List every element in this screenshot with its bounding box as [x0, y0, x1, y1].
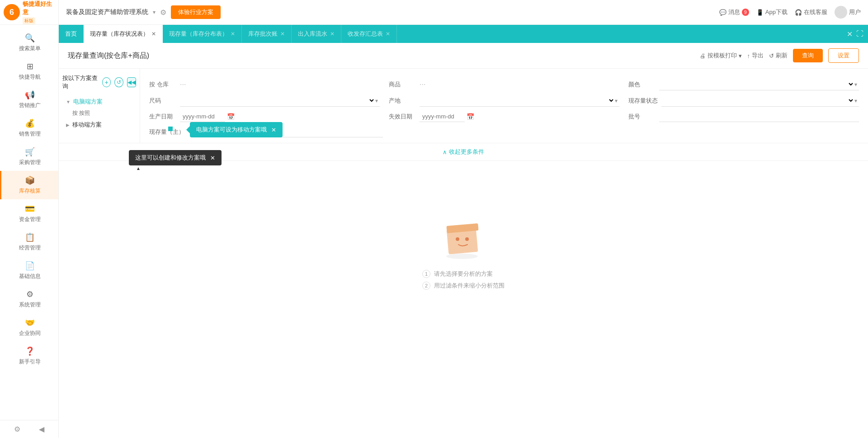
filter-produce-date-label: 生产日期 — [149, 113, 176, 121]
sidebar-item-finance[interactable]: 💳 资金管理 — [0, 199, 58, 228]
filter-size-select[interactable] — [180, 95, 375, 106]
tab-batch-account-close[interactable]: ✕ — [280, 31, 285, 37]
step2-num: 2 — [422, 282, 430, 290]
tab-home-label: 首页 — [65, 30, 77, 38]
filter-row-1: 按 仓库 ··· 商品 ··· 颜色 — [149, 79, 859, 90]
close-all-tabs-btn[interactable]: ✕ — [847, 30, 853, 38]
edit-tooltip-close[interactable]: ✕ — [210, 155, 215, 161]
filter-left-panel: 按以下方案查询 + ↺ ◀◀ ▼ 电脑端方案 按 按照 — [59, 69, 140, 143]
sidebar-item-enterprise[interactable]: 🤝 企业协同 — [0, 313, 58, 342]
topbar-settings-btn[interactable]: ⚙ — [160, 8, 166, 17]
filter-warehouse: 按 仓库 ··· — [149, 79, 380, 90]
filter-add-btn[interactable]: + — [102, 77, 111, 87]
sidebar-item-guide[interactable]: ❓ 新手引导 — [0, 342, 58, 370]
filter-produce-date-calendar[interactable]: 📅 — [227, 113, 235, 120]
empty-step-1: 1 请先选择要分析的方案 — [422, 268, 505, 280]
set-btn[interactable]: 设置 — [828, 48, 859, 63]
filter-stock-status-select[interactable] — [661, 95, 854, 106]
print-label: 按模板打印 — [708, 52, 737, 60]
filter-size-select-wrap: ▾ — [180, 95, 380, 107]
basic-icon: 📄 — [25, 261, 35, 271]
svg-point-2 — [456, 237, 459, 241]
step2-label: 用过滤条件来缩小分析范围 — [434, 280, 505, 292]
scheme-desktop-children: 按 按照 — [62, 108, 136, 119]
system-dropdown-icon[interactable]: ▾ — [153, 9, 156, 15]
scheme-tooltip-close[interactable]: ✕ — [271, 127, 276, 133]
scheme-desktop[interactable]: ▼ 电脑端方案 — [62, 96, 136, 108]
marketing-icon: 📢 — [25, 90, 35, 100]
refresh-btn[interactable]: ↺ 刷新 — [769, 52, 788, 60]
sidebar-item-search[interactable]: 🔍 搜索菜单 — [0, 28, 58, 57]
tab-collect-summary-close[interactable]: ✕ — [386, 31, 390, 37]
sidebar-item-sales-label: 销售管理 — [19, 130, 41, 138]
fullscreen-btn[interactable]: ⛶ — [856, 30, 863, 38]
filter-color: 颜色 ▾ — [628, 79, 859, 90]
svg-point-4 — [446, 254, 478, 259]
sidebar-item-marketing-label: 营销推广 — [19, 102, 41, 109]
support-label: 在线客服 — [804, 8, 827, 16]
empty-step-2: 2 用过滤条件来缩小分析范围 — [422, 280, 505, 292]
tab-in-out-flow-label: 出入库流水 — [298, 30, 327, 38]
sidebar-item-quick-nav[interactable]: ⊞ 快捷导航 — [0, 57, 58, 85]
filter-warehouse-dots[interactable]: ··· — [180, 80, 186, 89]
user-label: 用户 — [849, 8, 861, 16]
filter-produce-date-start[interactable] — [180, 111, 225, 122]
tab-home[interactable]: 首页 — [59, 25, 84, 43]
sidebar-item-operations-label: 经营管理 — [19, 244, 41, 252]
filter-expire-date-start[interactable] — [420, 111, 465, 122]
sidebar-collapse-btn[interactable]: ◀ — [39, 425, 44, 433]
main-content: 现存量查询(按仓库+商品) 🖨 按模板打印 ▾ ↑ 导出 ↺ 刷新 查询 设置 — [59, 43, 868, 438]
support-btn[interactable]: 🎧 在线客服 — [795, 8, 827, 16]
scheme-desktop-child-item[interactable]: 按 按照 — [69, 108, 136, 119]
logo-icon: 6 — [4, 4, 20, 20]
scheme-mobile[interactable]: ▶ 移动端方案 — [62, 119, 136, 131]
sidebar-item-basic[interactable]: 📄 基础信息 — [0, 256, 58, 285]
filter-back-btn[interactable]: ◀◀ — [127, 77, 136, 87]
support-icon: 🎧 — [795, 9, 802, 16]
tab-inventory-status[interactable]: 现存量（库存状况表） ✕ — [84, 25, 163, 43]
app-download-btn[interactable]: 📱 App下载 — [756, 8, 788, 16]
messages-btn[interactable]: 💬 消息 9 — [719, 8, 749, 16]
filter-color-select[interactable] — [659, 79, 854, 90]
topbar-left: 装备及固定资产辅助管理系统 ▾ ⚙ 体验行业方案 — [66, 5, 221, 19]
inventory-icon: 📦 — [25, 175, 35, 185]
user-btn[interactable]: 用户 — [835, 6, 861, 19]
filter-origin-select[interactable] — [420, 95, 615, 106]
sidebar-item-operations[interactable]: 📋 经营管理 — [0, 228, 58, 256]
empty-steps: 1 请先选择要分析的方案 2 用过滤条件来缩小分析范围 — [422, 268, 505, 292]
filter-stock-status: 现存量状态 ▾ — [628, 95, 859, 107]
sidebar-item-inventory[interactable]: 📦 库存核算 — [0, 171, 58, 199]
tab-collect-summary[interactable]: 收发存汇总表 ✕ — [341, 25, 397, 43]
filter-goods: 商品 ··· — [389, 79, 619, 90]
filter-batch-input[interactable] — [659, 111, 859, 122]
sidebar-item-system[interactable]: ⚙ 系统管理 — [0, 285, 58, 313]
tab-inventory-dist-close[interactable]: ✕ — [231, 31, 235, 37]
sidebar-item-purchase[interactable]: 🛒 采购管理 — [0, 142, 58, 171]
tab-in-out-flow[interactable]: 出入库流水 ✕ — [292, 25, 341, 43]
query-btn[interactable]: 查询 — [793, 49, 823, 62]
sidebar-item-finance-label: 资金管理 — [19, 216, 41, 223]
sidebar-item-sales[interactable]: 💰 销售管理 — [0, 114, 58, 142]
tab-inventory-status-close[interactable]: ✕ — [151, 31, 156, 37]
tab-in-out-flow-close[interactable]: ✕ — [330, 31, 335, 37]
edit-tooltip-text: 这里可以创建和修改方案哦 — [135, 154, 206, 162]
sidebar-settings-btn[interactable]: ⚙ — [14, 425, 20, 433]
sidebar-item-marketing[interactable]: 📢 营销推广 — [0, 85, 58, 114]
filter-expire-date-calendar[interactable]: 📅 — [467, 113, 474, 120]
refresh-label: 刷新 — [776, 52, 788, 60]
svg-point-3 — [465, 237, 469, 241]
filter-origin-arrow: ▾ — [615, 98, 619, 104]
filter-row-3: 生产日期 📅 失效日期 📅 — [149, 111, 859, 122]
scheme-mobile-label: 移动端方案 — [72, 121, 102, 129]
industry-btn[interactable]: 体验行业方案 — [171, 5, 221, 19]
filter-refresh-btn[interactable]: ↺ — [114, 77, 123, 87]
tab-batch-account[interactable]: 库存批次账 ✕ — [242, 25, 292, 43]
export-btn[interactable]: ↑ 导出 — [747, 52, 764, 60]
print-dropdown-icon: ▾ — [739, 52, 742, 59]
print-btn[interactable]: 🖨 按模板打印 ▾ — [700, 52, 742, 60]
filter-produce-date-range: 📅 — [180, 111, 235, 122]
filter-goods-dots[interactable]: ··· — [420, 80, 425, 89]
tab-inventory-dist[interactable]: 现存量（库存分布表） ✕ — [163, 25, 242, 43]
empty-illustration: 1 请先选择要分析的方案 2 用过滤条件来缩小分析范围 — [422, 211, 505, 292]
filter-expire-date-range: 📅 — [420, 111, 474, 122]
